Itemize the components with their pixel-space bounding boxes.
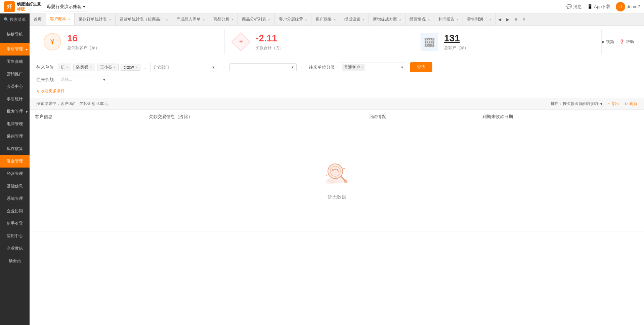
sidebar-item-quick-nav[interactable]: 快捷导航 — [0, 28, 30, 41]
export-icon: ↑ — [608, 102, 610, 106]
sidebar: 🔍 搜索菜单 快捷导航 零售管理 零售商城 营销推广 会员中心 零售统计 批发管… — [0, 13, 30, 325]
sidebar-item-app-center[interactable]: 应用中心 — [0, 230, 30, 242]
sidebar-item-marketing-promo[interactable]: 营销推广 — [0, 68, 30, 80]
tab-close-purchase-order[interactable]: × — [109, 17, 111, 22]
store-selector[interactable]: 母婴行业演示账套 ▾ — [44, 2, 88, 11]
tab-operation-status[interactable]: 经营情况 × — [405, 13, 434, 26]
tab-prev-btn[interactable]: ◀ — [496, 13, 504, 26]
tab-close-new-promotion-plan[interactable]: × — [399, 17, 401, 22]
tab-product-analysis[interactable]: 商品分析 × — [209, 13, 238, 26]
tab-close-retail-profit[interactable]: × — [489, 17, 491, 22]
sort-selector[interactable]: 排序：按欠款金额倒序排序 ▾ — [551, 101, 602, 107]
remove-tag-wang[interactable]: × — [114, 65, 116, 69]
filter-more-btn[interactable]: ... — [142, 65, 146, 70]
table-header-row: 客户信息 欠款交易信息（占比） 回款情况 到期未收款日期 — [30, 110, 644, 124]
stat-icon-total: 🏢 — [420, 32, 439, 51]
tab-retail-profit[interactable]: 零售利润（ × — [463, 13, 496, 26]
tab-close-operation-status[interactable]: × — [428, 17, 430, 22]
sidebar-item-ecom-mgmt[interactable]: 电商管理 — [0, 118, 30, 130]
tab-close-product-instock[interactable]: × — [203, 17, 205, 22]
tab-home[interactable]: 首页 — [30, 13, 46, 26]
user-menu[interactable]: d demo2 — [616, 2, 640, 11]
sidebar-item-ops-mgmt[interactable]: 经营管理 — [0, 168, 30, 180]
tab-next-btn[interactable]: ▶ — [504, 13, 512, 26]
unit-type-selector[interactable]: 普通客户 × ▾ — [339, 63, 406, 72]
tab-profit-report[interactable]: 利润报告 × — [434, 13, 463, 26]
filter-bar: 往来单位 伍 × 陈民强 × 王小亮 × — [30, 58, 644, 98]
tab-product-instock[interactable]: 产成品入库单 × — [172, 13, 209, 26]
tab-close-customer-contact[interactable]: × — [334, 17, 336, 22]
tab-customer-contact[interactable]: 客户联络 × — [311, 13, 340, 26]
remove-tag-cjttcw[interactable]: × — [135, 65, 137, 69]
tab-customer-tier[interactable]: 客户分层经营 × — [275, 13, 311, 26]
collapse-btn[interactable]: ∧ 收起更多条件 — [36, 88, 637, 94]
tab-close-all-btn[interactable]: ✕ — [520, 13, 528, 26]
empty-text: 暂无数据 — [328, 194, 346, 200]
tab-promotion-settings[interactable]: 提成设置 × — [340, 13, 369, 26]
remove-tag-chen[interactable]: × — [90, 65, 92, 69]
filter-tag-cjttcw[interactable]: cjttcw × — [121, 64, 140, 71]
remove-normal-customer[interactable]: × — [361, 65, 363, 69]
stats-actions: ▶ 视频 ❓ 帮助 — [602, 39, 637, 45]
sidebar-item-sys-mgmt[interactable]: 系统管理 — [0, 192, 30, 205]
export-btn[interactable]: ↑ 导出 — [608, 101, 619, 107]
person-selector[interactable]: ▾ — [229, 63, 297, 71]
tab-close-product-analysis-list[interactable]: × — [268, 17, 270, 22]
video-btn[interactable]: ▶ 视频 — [602, 39, 614, 45]
sidebar-item-capital-mgmt[interactable]: 资金管理 — [0, 155, 30, 168]
stat-icon-customers: ¥ — [43, 32, 62, 51]
col-payment-status: 回款情况 — [363, 110, 477, 124]
message-btn[interactable]: 💬 消息 — [566, 4, 582, 10]
sidebar-item-purchase-mgmt[interactable]: 采购管理 — [0, 130, 30, 143]
sidebar-item-retail-mall[interactable]: 零售商城 — [0, 56, 30, 68]
sidebar-item-basic-info[interactable]: 基础信息 — [0, 180, 30, 192]
filter-tag-chen[interactable]: 陈民强 × — [73, 64, 95, 71]
result-bar-right: 排序：按欠款金额倒序排序 ▾ ↑ 导出 ↻ 刷新 — [551, 101, 637, 107]
sidebar-item-beginner-guide[interactable]: 新手引导 — [0, 217, 30, 230]
tab-close-profit-report[interactable]: × — [457, 17, 459, 22]
tab-close-purchase-stat[interactable]: × — [166, 17, 168, 22]
app-download-btn[interactable]: 📱 App下载 — [587, 4, 610, 10]
sidebar-item-member-vip[interactable]: 畅会员 — [0, 255, 30, 267]
query-button[interactable]: 查询 — [410, 62, 432, 72]
tab-purchase-stat[interactable]: 进货单统计表（按商品） × — [116, 13, 172, 26]
building-icon: 🏢 — [421, 33, 438, 50]
logo-text: 畅捷通好生意 标版 — [17, 2, 41, 11]
main-layout: 🔍 搜索菜单 快捷导航 零售管理 零售商城 营销推广 会员中心 零售统计 批发管… — [0, 13, 644, 325]
tab-customer-book[interactable]: 客户账本 × — [46, 13, 75, 26]
tab-purchase-order[interactable]: 采购订单统计表 × — [75, 13, 115, 26]
tab-close-customer-tier[interactable]: × — [305, 17, 307, 22]
filter-tag-wang[interactable]: 王小亮 × — [97, 64, 119, 71]
col-debt-info: 欠款交易信息（占比） — [143, 110, 363, 124]
filter-tag-normal-customer[interactable]: 普通客户 × — [342, 64, 365, 71]
sidebar-item-enterprise-wechat[interactable]: 企业微信 — [0, 242, 30, 255]
remove-tag-wu[interactable]: × — [66, 65, 68, 69]
stat-icon-debt: ✦ — [231, 32, 250, 51]
tab-bar: 首页 客户账本 × 采购订单统计表 × 进货单统计表（按商品） × 产成品入库单… — [30, 13, 644, 26]
help-icon: ❓ — [619, 39, 625, 44]
chevron-down-icon-unit-type: ▾ — [401, 65, 403, 70]
sidebar-item-retail-stats[interactable]: 零售统计 — [0, 93, 30, 105]
stats-bar: ¥ 16 总欠款客户（家） ✦ -2.11 — [30, 26, 644, 58]
sidebar-item-member-center[interactable]: 会员中心 — [0, 80, 30, 93]
dept-selector[interactable]: 分管部门 ▾ — [150, 63, 217, 72]
tab-close-promotion-settings[interactable]: × — [362, 17, 364, 22]
sidebar-search[interactable]: 🔍 搜索菜单 — [0, 13, 30, 26]
help-btn[interactable]: ❓ 帮助 — [619, 39, 634, 45]
tab-expand-btn[interactable]: ⊞ — [512, 13, 520, 26]
sidebar-item-enterprise-coop[interactable]: 企业协同 — [0, 205, 30, 217]
sidebar-item-wholesale-mgmt[interactable]: 批发管理 — [0, 105, 30, 118]
sidebar-item-inventory[interactable]: 库存核算 — [0, 143, 30, 155]
tab-close-product-analysis[interactable]: × — [231, 17, 233, 22]
filter-tag-wu[interactable]: 伍 × — [58, 64, 71, 71]
tab-new-promotion-plan[interactable]: 新增提成方案 × — [369, 13, 405, 26]
tab-close-customer-book[interactable]: × — [68, 17, 70, 21]
debt-icon: ✦ — [232, 33, 250, 50]
refresh-btn[interactable]: ↻ 刷新 — [625, 101, 637, 107]
tab-product-analysis-list[interactable]: 商品分析列表 × — [238, 13, 274, 26]
balance-selector[interactable]: 选择... ▾ — [58, 75, 108, 84]
col-customer-info: 客户信息 — [30, 110, 143, 124]
svg-point-5 — [344, 180, 347, 183]
empty-icon — [320, 155, 354, 189]
sidebar-item-retail-mgmt[interactable]: 零售管理 — [0, 43, 30, 56]
